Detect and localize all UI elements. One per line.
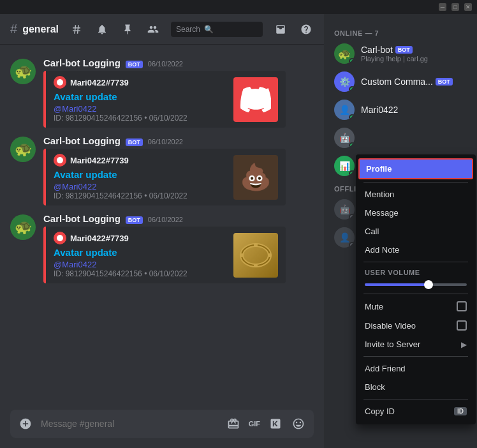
bot-badge-carlbot: BOT xyxy=(395,46,413,54)
context-menu-copy-id[interactable]: Copy ID ID xyxy=(358,402,473,421)
message-header: Carl-bot Logging BOT 06/10/2022 xyxy=(43,135,314,146)
gif-button[interactable]: GIF xyxy=(246,414,263,434)
embed-id: ID: 981290415246422156 • 06/10/2022 xyxy=(54,191,226,200)
member-avatar: ⚙️ xyxy=(334,71,355,92)
message-header: Carl-bot Logging BOT 06/10/2022 xyxy=(43,57,314,68)
message-group: 🐢 Carl-bot Logging BOT 06/10/2022 xyxy=(0,211,324,286)
embed-title: Avatar update xyxy=(54,91,226,102)
embed-title: Avatar update xyxy=(54,169,226,180)
search-box[interactable]: Search 🔍 xyxy=(171,22,263,37)
context-menu-invite-to-server[interactable]: Invite to Server ▶ xyxy=(358,335,473,354)
hashtag-icon-btn[interactable] xyxy=(69,22,84,37)
bot-badge: BOT xyxy=(126,216,143,224)
svg-point-4 xyxy=(57,79,63,86)
disable-video-checkbox[interactable] xyxy=(457,320,467,331)
embed-left: Mari0422#7739 Avatar update @Mari0422 ID… xyxy=(54,76,226,123)
status-dot xyxy=(349,58,355,64)
message-group: 🐢 Carl-bot Logging BOT 06/10/2022 xyxy=(0,133,324,208)
embed-card: Mari0422#7739 Avatar update @Mari0422 ID… xyxy=(43,71,286,128)
embed-author-avatar xyxy=(54,76,66,89)
sticker-button[interactable] xyxy=(265,414,286,434)
add-attachment-button[interactable] xyxy=(15,414,36,434)
context-menu-profile[interactable]: Profile xyxy=(358,158,473,179)
message-group: 🐢 Carl-bot Logging BOT 06/10/2022 xyxy=(0,55,324,130)
messages-area: 🐢 Carl-bot Logging BOT 06/10/2022 xyxy=(0,45,324,410)
embed-thumbnail-gold xyxy=(233,233,278,278)
message-timestamp: 06/10/2022 xyxy=(148,216,183,223)
svg-line-3 xyxy=(78,25,79,34)
app-body: # general Search 🔍 xyxy=(0,14,477,448)
avatar: 🐢 xyxy=(10,137,36,162)
member-info: Carl-bot BOT Playing !help | carl.gg xyxy=(361,45,467,63)
member-avatar: 🤖 xyxy=(334,199,355,220)
member-avatar: 🤖 xyxy=(334,128,355,148)
member-item-carlbot[interactable]: 🐢 Carl-bot BOT Playing !help | carl.gg xyxy=(329,40,472,68)
minimize-button[interactable]: ─ xyxy=(439,3,446,11)
context-menu-separator xyxy=(363,182,468,183)
message-author: Carl-bot Logging xyxy=(43,213,121,224)
status-dot xyxy=(349,214,355,220)
arrow-right-icon: ▶ xyxy=(461,340,467,349)
profile-label: Profile xyxy=(366,164,392,174)
embed-thumbnail-poop: 💩 xyxy=(233,155,278,200)
volume-slider[interactable] xyxy=(358,278,473,291)
context-menu-block[interactable]: Block xyxy=(358,378,473,396)
member-item-4[interactable]: 🤖 xyxy=(329,124,472,152)
maximize-button[interactable]: □ xyxy=(451,3,459,11)
chat-input-actions: GIF xyxy=(223,414,309,434)
members-icon-btn[interactable] xyxy=(145,22,161,37)
member-item-mari0422[interactable]: 👤 Mari0422 xyxy=(329,96,472,124)
message-content: Carl-bot Logging BOT 06/10/2022 Mari0422… xyxy=(43,135,314,205)
avatar-col: 🐢 xyxy=(10,213,36,283)
svg-point-5 xyxy=(57,157,63,163)
context-menu-separator-5 xyxy=(363,399,468,399)
gift-button[interactable] xyxy=(223,414,244,434)
emoji-button[interactable] xyxy=(288,414,309,434)
svg-point-10 xyxy=(254,264,258,267)
help-icon-btn[interactable] xyxy=(298,22,314,37)
close-button[interactable]: ✕ xyxy=(464,3,472,11)
context-menu-disable-video[interactable]: Disable Video xyxy=(358,316,473,335)
embed-mention: @Mari0422 xyxy=(54,182,226,191)
search-placeholder: Search xyxy=(176,25,200,34)
embed-mention: @Mari0422 xyxy=(54,260,226,269)
embed-mention: @Mari0422 xyxy=(54,104,226,114)
context-menu-mute[interactable]: Mute xyxy=(358,297,473,316)
member-info: Custom Comma... BOT xyxy=(361,77,467,87)
context-menu-separator-4 xyxy=(363,356,468,357)
status-dot xyxy=(349,86,355,92)
context-menu-add-note[interactable]: Add Note xyxy=(358,241,473,259)
avatar: 🐢 xyxy=(10,59,36,84)
channel-header: # general Search 🔍 xyxy=(0,14,324,45)
context-menu-mention[interactable]: Mention xyxy=(358,185,473,204)
svg-point-8 xyxy=(242,245,270,265)
header-icons: Search 🔍 xyxy=(69,22,314,37)
chat-input-box: GIF xyxy=(10,410,314,438)
member-name: Custom Comma... xyxy=(361,77,433,87)
context-menu-add-friend[interactable]: Add Friend xyxy=(358,359,473,378)
member-avatar: 👤 xyxy=(334,227,355,248)
status-dot xyxy=(349,242,355,248)
disable-video-label: Disable Video xyxy=(365,321,416,331)
status-dot xyxy=(349,142,355,148)
bot-badge: BOT xyxy=(126,138,143,146)
embed-author-name: Mari0422#7739 xyxy=(70,156,129,165)
embed-author-name: Mari0422#7739 xyxy=(70,78,129,87)
bell-icon-btn[interactable] xyxy=(94,22,110,37)
context-menu-message[interactable]: Message xyxy=(358,204,473,222)
slider-thumb[interactable] xyxy=(424,280,433,289)
mute-checkbox[interactable] xyxy=(457,301,467,311)
context-menu-call[interactable]: Call xyxy=(358,222,473,241)
user-volume-label: User Volume xyxy=(358,265,473,278)
message-input[interactable] xyxy=(41,419,218,429)
member-item-customcommands[interactable]: ⚙️ Custom Comma... BOT xyxy=(329,68,472,96)
svg-point-11 xyxy=(268,253,272,257)
context-menu-separator-3 xyxy=(363,294,468,294)
pin-icon-btn[interactable] xyxy=(120,22,135,37)
inbox-icon-btn[interactable] xyxy=(273,22,288,37)
slider-fill xyxy=(365,283,426,286)
embed-author-row: Mari0422#7739 xyxy=(54,76,226,89)
embed-left: Mari0422#7739 Avatar update @Mari0422 ID… xyxy=(54,232,226,278)
embed-title: Avatar update xyxy=(54,247,226,258)
message-content: Carl-bot Logging BOT 06/10/2022 Mari0422… xyxy=(43,57,314,128)
